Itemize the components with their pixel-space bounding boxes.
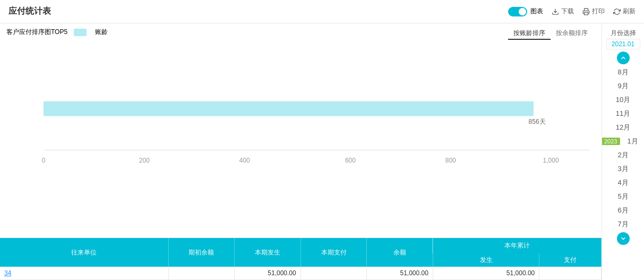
chart-bar-label: 856天	[529, 118, 546, 125]
month-5[interactable]: 5月	[602, 190, 644, 203]
refresh-label: 刷新	[623, 7, 636, 16]
chart-x-800: 800	[445, 157, 456, 164]
chart-toggle[interactable]	[508, 7, 527, 16]
th-balance: 余额	[367, 238, 433, 267]
legend-box-label: 账龄	[95, 28, 108, 37]
sort-buttons: 按账龄排序 按余额排序	[508, 28, 593, 40]
chevron-up-icon	[620, 55, 626, 61]
chart-bar	[44, 101, 534, 116]
sidebar-month-list: 8月 9月 10月 11月 12月 2023 1月 2月 3月 4月 5月 6月…	[602, 65, 644, 231]
cell-unit[interactable]: 34	[0, 267, 168, 280]
month-4[interactable]: 4月	[602, 176, 644, 190]
cell-balance: 51,000.00	[367, 267, 433, 280]
download-icon	[552, 8, 559, 15]
download-label: 下载	[561, 7, 574, 16]
month-6[interactable]: 6月	[602, 203, 644, 217]
refresh-button[interactable]: 刷新	[613, 7, 636, 16]
sidebar-year-input[interactable]	[606, 39, 640, 49]
cell-pay	[300, 267, 367, 280]
month-2[interactable]: 2月	[602, 148, 644, 162]
month-10[interactable]: 10月	[602, 93, 644, 107]
chart-x-400: 400	[239, 157, 250, 164]
sidebar-title: 月份选择	[611, 26, 636, 39]
chart-legend: 客户应付排序图TOP5 账龄	[6, 28, 595, 37]
chart-toggle-wrap: 图表	[508, 7, 543, 16]
month-3[interactable]: 3月	[602, 162, 644, 176]
year-badge: 2023	[602, 138, 620, 145]
month-1[interactable]: 1月	[621, 134, 644, 148]
chart-x-1000: 1,000	[543, 157, 559, 164]
header: 应付统计表 图表 下载 打印 刷新	[0, 0, 644, 23]
print-label: 打印	[592, 7, 605, 16]
app-container: 应付统计表 图表 下载 打印 刷新	[0, 0, 644, 280]
month-8[interactable]: 8月	[602, 65, 644, 79]
th-pay: 本期支付	[300, 238, 367, 267]
chart-x-200: 200	[139, 157, 150, 164]
chart-x-600: 600	[345, 157, 356, 164]
download-button[interactable]: 下载	[552, 7, 574, 16]
cell-opening	[168, 267, 235, 280]
chart-section: 客户应付排序图TOP5 账龄 按账龄排序 按余额排序 34	[0, 23, 602, 237]
page-title: 应付统计表	[8, 6, 51, 17]
chart-svg: 34 856天 0 200 400 600 800 1,000	[33, 46, 590, 168]
month-12[interactable]: 12月	[602, 121, 644, 134]
sort-by-age-button[interactable]: 按账龄排序	[508, 28, 551, 40]
print-icon	[582, 8, 590, 15]
content-area: 客户应付排序图TOP5 账龄 按账龄排序 按余额排序 34	[0, 23, 602, 280]
month-7[interactable]: 7月	[602, 217, 644, 231]
th-unit: 往来单位	[0, 238, 168, 267]
chevron-down-icon	[620, 235, 626, 242]
table-wrapper: 往来单位 期初余额 本期发生 本期支付 余额 本年累计 发生 支付	[0, 238, 602, 280]
main: 客户应付排序图TOP5 账龄 按账龄排序 按余额排序 34	[0, 23, 644, 280]
month-11[interactable]: 11月	[602, 107, 644, 121]
year-badge-row: 2023 1月	[602, 134, 644, 148]
sort-by-balance-button[interactable]: 按余额排序	[551, 28, 593, 40]
th-ytd-pay: 支付	[539, 253, 602, 267]
th-occur: 本期发生	[235, 238, 301, 267]
table-row: 34 51,000.00 51,000.00 51,000.00	[0, 267, 602, 280]
svg-rect-0	[585, 12, 588, 15]
chart-wrapper: 34 856天 0 200 400 600 800 1,000	[6, 41, 595, 184]
cell-ytd-pay	[539, 267, 602, 280]
sidebar: 月份选择 8月 9月 10月 11月 12月 2023 1月 2月 3月 4月 …	[602, 23, 644, 280]
cell-ytd-occur: 51,000.00	[433, 267, 539, 280]
scroll-down-button[interactable]	[617, 232, 630, 245]
cell-occur: 51,000.00	[235, 267, 301, 280]
header-actions: 图表 下载 打印 刷新	[508, 7, 636, 16]
th-ytd-group: 本年累计	[433, 238, 601, 253]
chart-toggle-label: 图表	[530, 7, 543, 16]
data-table: 往来单位 期初余额 本期发生 本期支付 余额 本年累计 发生 支付	[0, 238, 602, 280]
legend-text: 客户应付排序图TOP5	[6, 28, 67, 37]
print-button[interactable]: 打印	[582, 7, 605, 16]
month-9[interactable]: 9月	[602, 79, 644, 93]
table-section: 往来单位 期初余额 本期发生 本期支付 余额 本年累计 发生 支付	[0, 237, 602, 280]
chart-x-0: 0	[42, 157, 46, 164]
th-opening: 期初余额	[168, 238, 235, 267]
refresh-icon	[613, 8, 621, 15]
th-ytd-occur: 发生	[433, 253, 539, 267]
legend-box	[74, 29, 87, 36]
scroll-up-button[interactable]	[617, 52, 630, 64]
